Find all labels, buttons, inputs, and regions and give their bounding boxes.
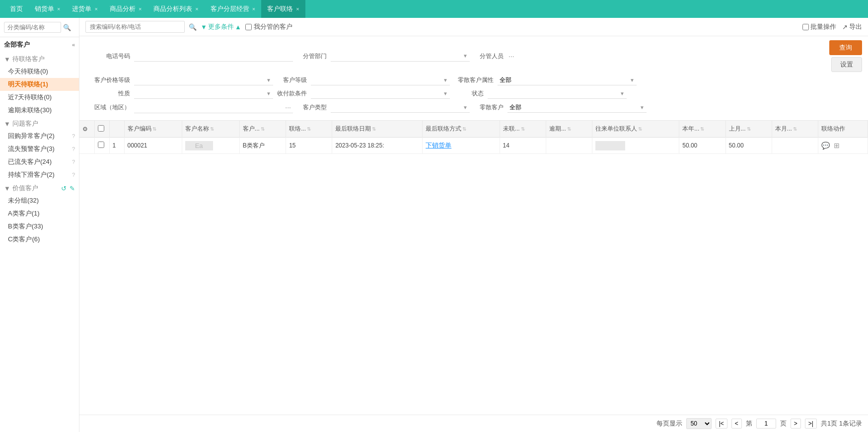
sidebar-item-churn-warning[interactable]: 流失预警客户(3) ? [0, 143, 79, 155]
nav-customer-tier[interactable]: 客户分层经营 × [205, 0, 261, 18]
label-price-level: 客户价格等级 [85, 76, 130, 84]
batch-operations-btn[interactable]: 批量操作 [802, 22, 836, 31]
nav-customer-contact[interactable]: 客户联络 × [261, 0, 305, 18]
col-last-method[interactable]: 最后联络方式⇅ [423, 121, 500, 138]
sidebar-item-today-contact[interactable]: 今天待联络(0) [0, 65, 79, 78]
page-number-input[interactable] [756, 419, 776, 429]
col-last-date[interactable]: 最后联络日期⇅ [332, 121, 423, 138]
comment-action-icon[interactable]: 💬 [821, 142, 830, 149]
batch-checkbox[interactable] [802, 24, 809, 30]
close-purchase-icon[interactable]: × [94, 6, 97, 12]
phone-input[interactable] [134, 51, 293, 62]
status-select[interactable] [490, 90, 618, 97]
close-customer-contact-icon[interactable]: × [296, 6, 299, 12]
col-overdue[interactable]: 逾期...⇅ [546, 121, 592, 138]
sidebar-item-c-customers[interactable]: C类客户(6) [0, 233, 79, 246]
manager-dots[interactable]: ··· [508, 52, 514, 60]
cell-company-contact [592, 138, 679, 154]
cell-last-method[interactable]: 下销货单 [423, 138, 500, 154]
nav-product-analysis-list[interactable]: 商品分析列表 × [147, 0, 204, 18]
retail-customer-select[interactable]: 全部 [509, 104, 638, 111]
refresh-icon[interactable]: ↺ [61, 185, 67, 192]
customer-level-select[interactable] [313, 76, 441, 83]
first-page-btn[interactable]: |< [716, 419, 727, 429]
collapse-icon[interactable]: « [72, 42, 75, 48]
dept-select[interactable] [333, 53, 461, 60]
nav-purchase-order[interactable]: 进货单 × [66, 0, 103, 18]
more-conditions-btn[interactable]: ▼ 更多条件 ▲ [201, 22, 241, 31]
label-payment: 收付款条件 [277, 89, 307, 98]
close-product-list-icon[interactable]: × [195, 6, 198, 12]
region-dots[interactable]: ··· [285, 103, 291, 111]
edit-icon[interactable]: ✎ [70, 185, 75, 192]
cell-action: 💬 ⊞ [818, 138, 868, 154]
nature-select[interactable] [136, 90, 264, 97]
cell-seq: 1 [109, 138, 124, 154]
cell-contacts: 15 [286, 138, 332, 154]
retail-customer-wrap: 全部 ▼ [507, 102, 647, 113]
filter-panel: 电话号码 分管部门 ▼ 分管人员 ··· 查询 设置 客户价格等级 [79, 36, 868, 121]
customer-type-select[interactable] [333, 104, 461, 111]
sidebar-item-tomorrow-contact[interactable]: 明天待联络(1) [0, 78, 79, 91]
col-company-contact[interactable]: 往来单位联系人⇅ [592, 121, 679, 138]
nav-product-analysis[interactable]: 商品分析 × [104, 0, 147, 18]
data-table-container: ⚙ 客户编码⇅ 客户名称⇅ 客户...⇅ 联络...⇅ 最后联络日期⇅ 最后联络… [79, 121, 868, 415]
sidebar-item-b-customers[interactable]: B类客户(33) [0, 220, 79, 233]
cell-type: B类客户 [239, 138, 286, 154]
sidebar-item-7days-contact[interactable]: 近7天待联络(0) [0, 91, 79, 104]
select-all-checkbox[interactable] [98, 125, 104, 132]
my-customers-checkbox-area: 我分管的客户 [245, 22, 292, 31]
next-page-btn[interactable]: > [791, 419, 801, 429]
sidebar-search-icon[interactable]: 🔍 [63, 24, 71, 31]
sidebar-search-area: 🔍 [0, 18, 79, 37]
sidebar-item-churned[interactable]: 已流失客户(24) ? [0, 155, 79, 168]
last-page-btn[interactable]: >| [805, 419, 817, 429]
prev-page-btn[interactable]: < [731, 419, 742, 429]
cell-name[interactable]: Ea [182, 138, 239, 154]
col-gear[interactable]: ⚙ [79, 121, 94, 138]
arrow-icon: ▼ [4, 56, 10, 63]
customer-type-wrap: ▼ [331, 102, 470, 113]
col-contacts[interactable]: 联络...⇅ [286, 121, 332, 138]
sidebar: 🔍 全部客户 « ▼ 待联络客户 今天待联络(0) 明天待联络(1) 近7天待联… [0, 18, 79, 432]
price-level-select[interactable] [136, 76, 264, 83]
sidebar-item-ungrouped[interactable]: 未分组(32) [0, 194, 79, 207]
problem-customers-group[interactable]: ▼ 问题客户 [0, 117, 79, 130]
grid-action-icon[interactable]: ⊞ [834, 142, 840, 149]
col-code[interactable]: 客户编码⇅ [124, 121, 182, 138]
col-not-contacted[interactable]: 未联...⇅ [500, 121, 546, 138]
query-button[interactable]: 查询 [829, 40, 862, 55]
per-page-select[interactable]: 50 100 200 [686, 418, 712, 429]
sidebar-item-a-customers[interactable]: A类客户(1) [0, 207, 79, 220]
export-btn[interactable]: ↗ 导出 [842, 22, 862, 31]
nav-sales-order[interactable]: 销货单 × [29, 0, 66, 18]
col-type[interactable]: 客户...⇅ [239, 121, 286, 138]
my-customers-checkbox[interactable] [245, 24, 252, 30]
all-customers-header[interactable]: 全部客户 « [0, 37, 79, 52]
retail-attr-select[interactable]: 全部 [500, 76, 628, 83]
col-last-month[interactable]: 上月...⇅ [725, 121, 772, 138]
pending-contact-group[interactable]: ▼ 待联络客户 [0, 52, 79, 65]
filter-row-4: 区域（地区） ··· 客户类型 ▼ 零散客户 全部 ▼ [85, 102, 862, 113]
status-wrap: ▼ [488, 88, 627, 99]
sidebar-item-repurchase-abnormal[interactable]: 回购异常客户(2) ? [0, 130, 79, 143]
row-checkbox[interactable] [98, 142, 104, 148]
sidebar-item-declining[interactable]: 持续下滑客户(2) ? [0, 168, 79, 181]
col-name[interactable]: 客户名称⇅ [182, 121, 239, 138]
filter-search-icon[interactable]: 🔍 [189, 23, 197, 31]
cell-last-date: 2023-05-23 18:25: [332, 138, 423, 154]
col-this-month[interactable]: 本月...⇅ [772, 121, 818, 138]
nav-home[interactable]: 首页 [4, 0, 29, 18]
close-customer-tier-icon[interactable]: × [252, 6, 255, 12]
sidebar-item-overdue-contact[interactable]: 逾期未联络(30) [0, 104, 79, 117]
payment-select[interactable] [313, 90, 441, 97]
col-this-year[interactable]: 本年...⇅ [679, 121, 725, 138]
value-customers-group[interactable]: ▼ 价值客户 ↺ ✎ [0, 181, 79, 194]
close-product-analysis-icon[interactable]: × [139, 6, 142, 12]
settings-button[interactable]: 设置 [831, 57, 862, 72]
filter-search-input[interactable] [85, 21, 185, 33]
filter-row-3: 性质 ▼ 收付款条件 ▼ 状态 ▼ [85, 88, 862, 99]
close-sales-order-icon[interactable]: × [57, 6, 60, 12]
arrow-icon-2: ▼ [4, 120, 10, 128]
sidebar-search-input[interactable] [4, 22, 61, 33]
